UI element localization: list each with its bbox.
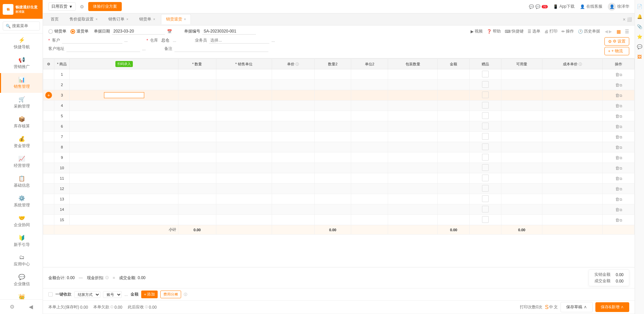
qty-cell[interactable] — [178, 101, 216, 111]
search-menu-button[interactable]: 🔍 搜索菜单 — [3, 21, 40, 30]
sale-unit-cell[interactable] — [216, 152, 272, 163]
cost-price-cell[interactable] — [542, 204, 602, 215]
available-cell[interactable] — [501, 152, 542, 163]
copy-row-btn[interactable]: ⧉ — [620, 93, 622, 98]
rp-notify-btn[interactable]: 🔔 — [636, 13, 643, 20]
calendar-icon[interactable]: 📅 — [167, 29, 172, 34]
tab-sales-order[interactable]: 销售订单 × — [103, 14, 133, 24]
amount-cell[interactable] — [438, 90, 470, 101]
sidebar-collapse-btn[interactable]: ◀ — [28, 302, 34, 311]
sale-unit-cell[interactable] — [216, 121, 272, 132]
qty-cell[interactable] — [178, 184, 216, 194]
rp-image-btn[interactable]: 🖼 — [636, 53, 643, 60]
date-input[interactable] — [112, 28, 165, 35]
select-order-btn[interactable]: ☰ 选单 — [528, 28, 540, 34]
pack-qty-cell[interactable] — [388, 132, 438, 142]
remark-input[interactable] — [174, 46, 268, 52]
pack-qty-cell[interactable] — [388, 204, 438, 215]
salesman-input[interactable] — [209, 37, 269, 44]
unit-price-cell[interactable] — [272, 173, 314, 184]
qty-cell[interactable] — [178, 90, 216, 101]
available-cell[interactable] — [501, 163, 542, 173]
gift-cell[interactable] — [470, 90, 501, 101]
gift-checkbox[interactable] — [482, 112, 489, 119]
unit2-cell[interactable] — [351, 142, 388, 152]
unit-price-cell[interactable] — [272, 132, 314, 142]
available-cell[interactable] — [501, 215, 542, 225]
available-cell[interactable] — [501, 90, 542, 101]
cost-price-cell[interactable] — [542, 194, 602, 204]
qty-cell[interactable] — [178, 80, 216, 90]
close-all-tabs-btn[interactable]: × — [623, 17, 626, 22]
unit-price-cell[interactable] — [272, 101, 314, 111]
gift-checkbox[interactable] — [482, 206, 489, 212]
qty2-cell[interactable] — [314, 173, 351, 184]
radio-return[interactable]: 退货单 — [70, 28, 89, 34]
account-dots[interactable]: ... — [124, 292, 128, 297]
sidebar-item-inventory[interactable]: 📦 库存核算 — [0, 113, 43, 132]
amount-cell[interactable] — [438, 111, 470, 121]
sidebar-item-enterprise[interactable]: 🤝 企业协同 — [0, 211, 43, 231]
cost-price-cell[interactable] — [542, 142, 602, 152]
available-cell[interactable] — [501, 132, 542, 142]
sale-unit-cell[interactable] — [216, 80, 272, 90]
unit2-cell[interactable] — [351, 69, 388, 80]
save-new-btn[interactable]: 保存&新增 ∧ — [595, 302, 629, 312]
delete-row-btn[interactable]: 🗑 — [615, 207, 620, 212]
amount-cell[interactable] — [438, 215, 470, 225]
copy-row-btn[interactable]: ⧉ — [620, 208, 622, 212]
pack-qty-cell[interactable] — [388, 80, 438, 90]
copy-row-btn[interactable]: ⧉ — [620, 83, 622, 87]
unit2-cell[interactable] — [351, 173, 388, 184]
product-cell[interactable] — [70, 204, 178, 215]
qty2-cell[interactable] — [314, 142, 351, 152]
unit-price-cell[interactable] — [272, 142, 314, 152]
gift-checkbox[interactable] — [482, 216, 489, 223]
delete-row-btn[interactable]: 🗑 — [615, 186, 620, 191]
unit-price-cell[interactable] — [272, 163, 314, 173]
cost-price-cell[interactable] — [542, 173, 602, 184]
available-cell[interactable] — [501, 173, 542, 184]
qty2-cell[interactable] — [314, 163, 351, 173]
delete-row-btn[interactable]: 🗑 — [615, 217, 620, 223]
product-cell[interactable] — [70, 80, 178, 90]
code-input[interactable] — [202, 28, 256, 35]
delete-row-btn[interactable]: 🗑 — [615, 166, 620, 171]
qty2-cell[interactable] — [314, 204, 351, 215]
copy-row-btn[interactable]: ⧉ — [620, 166, 622, 171]
copy-row-btn[interactable]: ⧉ — [620, 177, 622, 181]
gift-checkbox[interactable] — [482, 175, 489, 181]
qty-cell[interactable] — [178, 152, 216, 163]
unit-price-cell[interactable] — [272, 121, 314, 132]
pack-qty-cell[interactable] — [388, 111, 438, 121]
product-input[interactable] — [104, 92, 144, 98]
available-cell[interactable] — [501, 101, 542, 111]
sale-unit-cell[interactable] — [216, 194, 272, 204]
amount-cell[interactable] — [438, 173, 470, 184]
product-cell[interactable] — [70, 121, 178, 132]
delete-row-btn[interactable]: 🗑 — [615, 155, 620, 160]
amount-cell[interactable] — [438, 80, 470, 90]
copy-row-btn[interactable]: ⧉ — [620, 114, 622, 119]
copy-row-btn[interactable]: ⧉ — [620, 187, 622, 191]
sidebar-item-quick-nav[interactable]: ⚡ 快捷导航 — [0, 34, 43, 53]
delete-row-btn[interactable]: 🗑 — [615, 145, 620, 150]
sale-unit-cell[interactable] — [216, 163, 272, 173]
gift-checkbox[interactable] — [482, 102, 489, 109]
address-input[interactable] — [66, 46, 140, 52]
product-cell[interactable] — [70, 163, 178, 173]
gift-checkbox[interactable] — [482, 185, 489, 192]
sale-unit-cell[interactable] — [216, 215, 272, 225]
salesman-dots[interactable]: ... — [271, 38, 275, 43]
fee-split-btn[interactable]: 费用分摊 — [160, 291, 181, 298]
product-cell[interactable] — [70, 111, 178, 121]
customer-input[interactable] — [62, 37, 122, 44]
gift-cell[interactable] — [470, 163, 501, 173]
qty2-cell[interactable] — [314, 132, 351, 142]
pack-qty-cell[interactable] — [388, 163, 438, 173]
qty2-cell[interactable] — [314, 111, 351, 121]
scan-input-btn[interactable]: 扫码录入 — [115, 61, 133, 67]
unit-price-cell[interactable] — [272, 80, 314, 90]
gift-cell[interactable] — [470, 121, 501, 132]
tab-sales-return[interactable]: 销货退货 × — [161, 14, 191, 24]
